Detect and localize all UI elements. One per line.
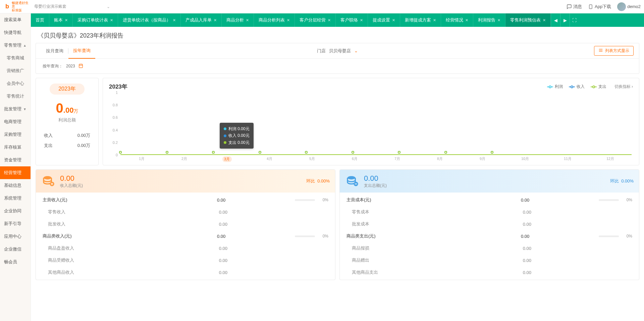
app-download-link[interactable]: App下载 (588, 4, 611, 10)
header-right: 消息 App下载 demo2 (567, 2, 641, 11)
logo-icon: b (3, 3, 11, 11)
phone-icon (588, 4, 593, 9)
app-header: b 畅捷通好生意 标准版 母婴行业演示账套 ⌄ 消息 App下载 demo2 (0, 0, 644, 13)
user-menu[interactable]: demo2 (617, 2, 641, 11)
chevron-down-icon: ⌄ (107, 4, 110, 9)
avatar-icon (617, 2, 626, 11)
message-icon (567, 4, 572, 9)
logo-text: 畅捷通好生意 标准版 (12, 1, 31, 12)
account-selector[interactable]: 母婴行业演示账套 ⌄ (31, 4, 567, 9)
svg-rect-0 (589, 5, 592, 9)
logo: b 畅捷通好生意 标准版 (3, 1, 31, 12)
messages-link[interactable]: 消息 (567, 4, 582, 10)
